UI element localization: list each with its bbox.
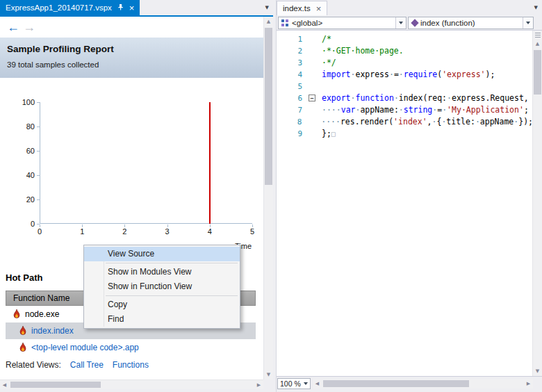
close-icon[interactable]: × [316,4,322,13]
zoom-control[interactable]: 100 % [277,378,311,389]
code-editor[interactable]: 1/*2·*·GET·home·page.3·*/4import·express… [277,31,533,376]
report-header: Sample Profiling Report 39 total samples… [0,38,263,78]
code-text: };□ [318,128,336,140]
related-views: Related Views: Call Tree Functions [6,360,149,370]
function-name: index.index [31,326,74,336]
line-number: 8 [277,116,306,128]
line-number: 1 [277,33,307,45]
split-grip-icon[interactable] [535,33,541,33]
vs-window: ExpressApp1_20140717.vspx × ▼ ← → Sample… [0,0,542,392]
menu-item-copy[interactable]: Copy [84,297,240,312]
chevron-down-icon[interactable] [395,17,406,28]
pin-icon[interactable] [117,3,124,13]
y-tick-label: 100 [10,98,35,106]
scroll-left-icon[interactable]: ◀ [0,380,9,390]
editor-bottom-bar: 100 % ◀ ▶ [277,376,542,390]
fold-margin [306,116,318,128]
fold-margin: − [307,92,318,104]
menu-item-show-in-function-view[interactable]: Show in Function View [84,279,240,294]
flame-icon [19,326,27,336]
scroll-right-icon[interactable]: ▶ [254,380,263,390]
tab-title: index.ts [283,4,311,13]
fold-margin [307,45,318,57]
code-text: ·*·GET·home·page. [318,45,404,57]
link-functions[interactable]: Functions [113,360,149,370]
menu-separator [106,295,238,296]
x-tick-mark [167,224,168,227]
scrollbar-thumb[interactable] [10,382,101,388]
member-value: index (function) [418,19,523,27]
tab-list-chevron-icon[interactable]: ▼ [265,5,269,10]
left-vertical-scrollbar[interactable]: ▲ ▼ [263,17,273,379]
code-text: ·*/ [318,57,336,69]
member-dropdown[interactable]: index (function) [408,17,534,29]
menu-item-find[interactable]: Find [84,312,240,327]
code-line: 6−export·function·index(req:·express.Req… [277,92,533,104]
x-tick-label: 0 [33,227,47,236]
scrollbar-thumb[interactable] [534,50,541,95]
y-tick-mark [37,151,40,152]
left-horizontal-scrollbar[interactable]: ◀ ▶ [0,379,263,389]
tab-profiling-report[interactable]: ExpressApp1_20140717.vspx × [0,0,140,15]
fold-margin [307,57,318,69]
line-number: 2 [277,45,307,57]
line-number: 4 [277,69,307,81]
forward-button[interactable]: → [23,20,35,35]
function-name: node.exe [25,309,59,319]
hot-path-title: Hot Path [6,272,42,283]
fold-margin [307,69,318,81]
flame-icon [13,309,21,319]
scope-dropdown[interactable]: <global> [278,17,406,29]
editor-horizontal-scrollbar[interactable]: ◀ ▶ [313,379,533,389]
fold-margin [307,81,318,92]
menu-item-show-in-modules-view[interactable]: Show in Modules View [84,265,240,279]
x-tick-label: 2 [117,227,131,236]
x-tick-label: 5 [245,227,259,236]
scroll-down-icon[interactable]: ▼ [533,366,542,376]
tab-title: ExpressApp1_20140717.vspx [6,3,112,12]
code-line: 1/* [277,33,533,45]
chevron-down-icon[interactable] [523,17,533,28]
back-button[interactable]: ← [7,20,19,35]
tab-index-ts[interactable]: index.ts × [277,1,327,15]
scroll-left-icon[interactable]: ◀ [313,379,322,389]
scrollbar-thumb[interactable] [323,380,469,387]
context-menu: View SourceShow in Modules ViewShow in F… [83,245,240,329]
zoom-value: 100 % [280,379,301,388]
left-tabbar: ExpressApp1_20140717.vspx × ▼ [0,0,273,15]
code-line: 5 [277,81,533,92]
link-call-tree[interactable]: Call Tree [70,360,104,370]
editor-pane: index.ts × ▼ <global> index (function) 1… [276,0,542,392]
sample-spike [209,102,211,224]
scroll-up-icon[interactable]: ▲ [264,17,273,26]
code-line: 9};□ [277,128,533,140]
samples-timeline-chart: 020406080100012345Time [0,97,263,254]
scrollbar-thumb[interactable] [265,28,272,185]
close-icon[interactable]: × [129,3,135,13]
code-text: ····res.render('index',·{·title:·appName… [318,116,533,128]
menu-item-view-source[interactable]: View Source [84,247,240,261]
menu-items: View SourceShow in Modules ViewShow in F… [84,247,240,327]
line-number: 5 [277,81,307,92]
fold-margin [307,33,318,45]
report-subtitle: 39 total samples collected [7,60,263,69]
y-tick-mark [37,175,40,176]
x-tick-mark [82,224,83,227]
tab-list-chevron-icon[interactable]: ▼ [534,5,538,10]
scroll-down-icon[interactable]: ▼ [264,370,273,379]
report-title: Sample Profiling Report [7,44,263,54]
code-text: import·express·=·require('express'); [318,69,495,81]
y-tick-label: 60 [10,147,35,155]
table-row[interactable]: <top-level module code>.app [6,339,256,356]
x-tick-mark [210,224,211,227]
menu-separator [106,263,238,263]
x-tick-mark [40,224,40,227]
code-line: 4import·express·=·require('express'); [277,69,533,81]
scroll-up-icon[interactable]: ▲ [533,39,542,49]
editor-vertical-scrollbar[interactable]: ▲ ▼ [532,31,542,376]
scroll-right-icon[interactable]: ▶ [524,379,533,389]
line-number: 6 [277,92,307,104]
fold-collapse-box[interactable]: − [309,95,315,101]
code-lines: 1/*2·*·GET·home·page.3·*/4import·express… [277,33,533,140]
right-tabbar: index.ts × ▼ [277,0,542,15]
